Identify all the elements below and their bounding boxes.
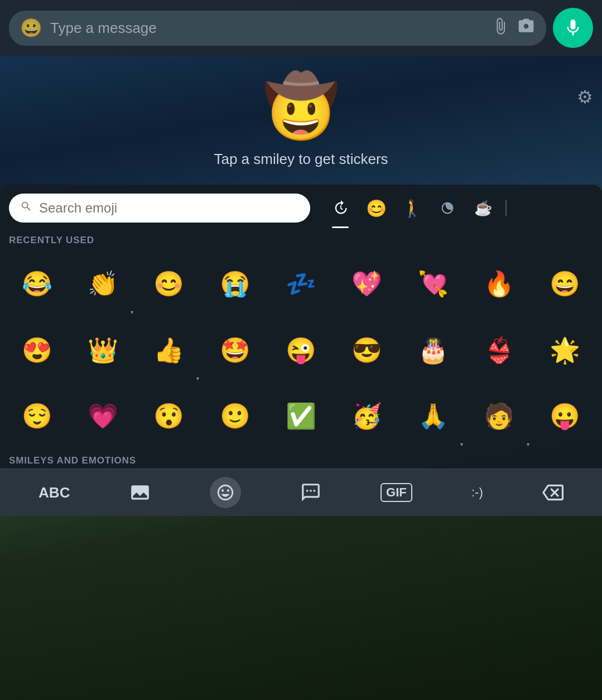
keyboard-abc-button[interactable]: ABC — [38, 484, 70, 501]
keyboard-bar: ABC GIF :-) — [0, 469, 602, 516]
emoji-hushed[interactable]: 😯 — [137, 384, 201, 448]
emoji-clapping[interactable]: 👏▾ — [70, 252, 135, 316]
emoji-grinning[interactable]: 😄 — [533, 252, 598, 316]
emoji-star-struck[interactable]: 🤩 — [203, 317, 267, 382]
kaomoji-button[interactable]: :-) — [471, 485, 483, 500]
gif-label: GIF — [381, 483, 412, 502]
message-placeholder[interactable]: Type a message — [50, 20, 484, 37]
emoji-winking-tongue[interactable]: 😜 — [268, 317, 333, 382]
mascot-emoji: 🤠 — [263, 70, 339, 142]
settings-button[interactable]: ⚙ — [577, 86, 593, 108]
tab-food[interactable]: ☕ — [468, 192, 499, 224]
emoji-checkmark[interactable]: ✅ — [268, 384, 333, 448]
tab-activities[interactable] — [432, 192, 463, 224]
message-bar: 😀 Type a message — [0, 0, 602, 56]
memoji-button[interactable] — [300, 482, 321, 503]
emoji-sunglasses[interactable]: 😎 — [335, 317, 399, 382]
emoji-smiling[interactable]: 😊 — [137, 252, 201, 316]
gif-button[interactable]: GIF — [381, 483, 412, 502]
emoji-laughing-cry[interactable]: 😂 — [4, 252, 69, 316]
emoji-pink-heart[interactable]: 💗 — [70, 384, 135, 448]
emoji-thumbsup[interactable]: 👍▾ — [137, 317, 201, 382]
tab-people[interactable]: 🚶 — [396, 192, 427, 224]
emoji-party-face[interactable]: 🥳 — [335, 384, 399, 448]
emoji-crown[interactable]: 👑 — [70, 317, 135, 382]
search-icon — [20, 200, 32, 216]
smileys-label: SMILEYS AND EMOTIONS — [0, 451, 602, 469]
emoji-bikini[interactable]: 👙 — [466, 317, 531, 382]
search-row: 😊 🚶 ☕ — [0, 185, 602, 229]
emoji-panel: 😊 🚶 ☕ RECENTLY USED 😂 👏▾ 😊 😭 💤 💖 💘 🔥 😄 😍… — [0, 185, 602, 469]
emoji-relieved[interactable]: 😌 — [4, 384, 69, 448]
kaomoji-label: :-) — [471, 485, 483, 500]
emoji-birthday-cake[interactable]: 🎂 — [401, 317, 465, 382]
sticker-mascot[interactable]: 🤠 — [262, 67, 340, 145]
message-input-wrap[interactable]: 😀 Type a message — [9, 11, 546, 46]
camera-icon[interactable] — [517, 17, 535, 39]
tab-divider — [505, 200, 507, 216]
emoji-picker-icon[interactable]: 😀 — [20, 17, 42, 38]
sticker-button[interactable] — [129, 482, 151, 503]
emoji-sparkling-heart[interactable]: 💖 — [335, 252, 399, 316]
sticker-promo: 🤠 Tap a smiley to get stickers — [0, 56, 602, 185]
category-tabs: 😊 🚶 ☕ — [319, 192, 514, 224]
emoji-neutral[interactable]: 🙂 — [203, 384, 267, 448]
sticker-promo-text: Tap a smiley to get stickers — [214, 151, 388, 168]
emoji-sun[interactable]: 🌟 — [533, 317, 598, 382]
emoji-crying[interactable]: 😭 — [203, 252, 267, 316]
delete-button[interactable] — [542, 482, 564, 503]
search-wrap[interactable] — [9, 194, 310, 223]
emoji-heart-arrow[interactable]: 💘 — [401, 252, 465, 316]
attach-icon[interactable] — [492, 17, 509, 39]
tab-smileys[interactable]: 😊 — [360, 192, 392, 224]
recently-used-grid: 😂 👏▾ 😊 😭 💤 💖 💘 🔥 😄 😍 👑 👍▾ 🤩 😜 😎 🎂 👙 🌟 😌 … — [0, 249, 602, 451]
tab-recent[interactable] — [325, 192, 356, 224]
emoji-prayer-hands[interactable]: 🙏▾ — [401, 384, 465, 448]
emoji-keyboard-button[interactable] — [210, 477, 241, 508]
emoji-fire[interactable]: 🔥 — [466, 252, 531, 316]
emoji-person-bowing[interactable]: 🧑▾ — [466, 384, 531, 448]
emoji-tongue-out[interactable]: 😛 — [533, 384, 598, 448]
search-input[interactable] — [39, 200, 299, 216]
emoji-zzz[interactable]: 💤 — [268, 252, 333, 316]
mic-button[interactable] — [553, 8, 593, 48]
recently-used-label: RECENTLY USED — [0, 229, 602, 249]
emoji-heart-eyes[interactable]: 😍 — [4, 317, 69, 382]
